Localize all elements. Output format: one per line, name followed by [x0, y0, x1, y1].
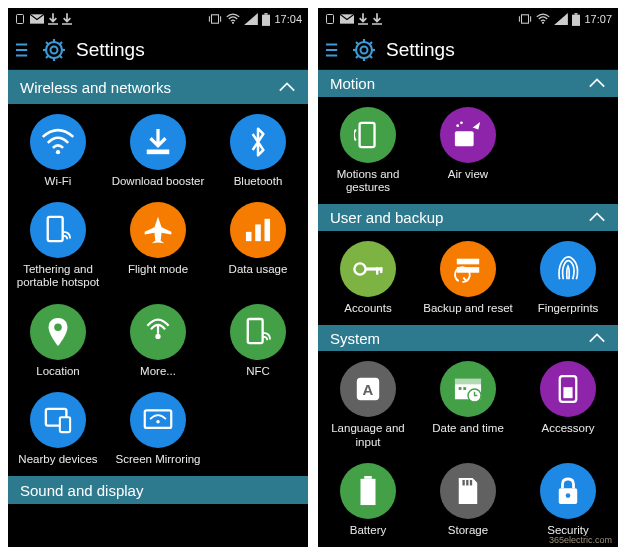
signal-icon [554, 13, 568, 25]
svg-point-70 [566, 493, 571, 498]
cell-label: Backup and reset [423, 302, 513, 315]
wifi-icon [536, 13, 550, 25]
svg-point-22 [54, 323, 62, 331]
svg-text:A: A [363, 381, 374, 398]
section-label: Sound and display [20, 482, 143, 499]
cell-tethering[interactable]: Tethering and portable hotspot [8, 196, 108, 297]
cell-label: Air view [448, 168, 488, 181]
menu-icon[interactable] [326, 42, 342, 58]
gear-icon [42, 38, 66, 62]
cell-label: Storage [448, 524, 488, 537]
svg-rect-66 [462, 480, 464, 486]
cell-label: Wi-Fi [45, 175, 72, 188]
cell-label: NFC [246, 365, 270, 378]
svg-line-42 [370, 56, 372, 58]
cell-download-booster[interactable]: Download booster [108, 108, 208, 196]
svg-rect-46 [455, 131, 474, 146]
svg-rect-52 [380, 267, 382, 273]
sim-icon [324, 13, 336, 25]
cell-more[interactable]: More... [108, 298, 208, 386]
cell-empty [518, 101, 618, 202]
cell-nearby[interactable]: Nearby devices [8, 386, 108, 474]
grid-system: ALanguage and input Date and time Access… [318, 351, 618, 547]
grid-user: Accounts Backup and reset Fingerprints [318, 231, 618, 325]
phone-right: 17:07 Settings Motion Motions and gestur… [318, 8, 618, 547]
cell-bluetooth[interactable]: Bluetooth [208, 108, 308, 196]
cell-motions[interactable]: Motions and gestures [318, 101, 418, 202]
svg-rect-17 [147, 150, 170, 155]
watermark: 365electric.com [549, 535, 612, 545]
svg-point-35 [356, 42, 372, 58]
svg-rect-29 [327, 15, 334, 24]
cell-label: Battery [350, 524, 386, 537]
svg-rect-21 [265, 219, 271, 241]
cell-accessory[interactable]: Accessory [518, 355, 618, 456]
svg-point-7 [51, 46, 58, 53]
status-time: 17:07 [584, 13, 612, 25]
svg-rect-63 [563, 388, 572, 399]
status-time: 17:04 [274, 13, 302, 25]
svg-point-6 [46, 42, 62, 58]
svg-point-3 [232, 22, 234, 24]
svg-rect-19 [246, 232, 252, 241]
svg-point-49 [354, 263, 365, 274]
svg-line-13 [60, 56, 62, 58]
cell-empty [208, 386, 308, 474]
cell-language[interactable]: ALanguage and input [318, 355, 418, 456]
svg-point-23 [155, 333, 160, 338]
cell-label: Date and time [432, 422, 504, 435]
cell-label: Screen Mirroring [116, 453, 201, 466]
section-label: User and backup [330, 209, 443, 226]
section-label: System [330, 330, 380, 347]
cell-label: Flight mode [128, 263, 188, 276]
cell-airview[interactable]: Air view [418, 101, 518, 202]
chevron-up-icon [588, 211, 606, 223]
svg-rect-53 [457, 258, 479, 264]
cell-label: Accounts [344, 302, 391, 315]
svg-rect-59 [459, 387, 462, 390]
chevron-up-icon [278, 81, 296, 93]
signal-icon [244, 13, 258, 25]
section-system[interactable]: System [318, 325, 618, 352]
cell-accounts[interactable]: Accounts [318, 235, 418, 323]
cell-battery[interactable]: Battery [318, 457, 418, 545]
cell-wifi[interactable]: Wi-Fi [8, 108, 108, 196]
cell-label: Nearby devices [18, 453, 97, 466]
section-user[interactable]: User and backup [318, 204, 618, 231]
cell-label: Accessory [541, 422, 594, 435]
cell-security[interactable]: Security [518, 457, 618, 545]
cell-location[interactable]: Location [8, 298, 108, 386]
vibrate-icon [518, 13, 532, 25]
svg-point-16 [56, 150, 60, 154]
section-label: Wireless and networks [20, 79, 171, 96]
svg-point-48 [460, 121, 463, 124]
download-icon [48, 13, 58, 25]
cell-storage[interactable]: Storage [418, 457, 518, 545]
cell-backup[interactable]: Backup and reset [418, 235, 518, 323]
svg-rect-64 [364, 476, 372, 479]
cell-date[interactable]: Date and time [418, 355, 518, 456]
svg-rect-34 [572, 14, 580, 25]
svg-rect-20 [255, 225, 261, 242]
section-motion[interactable]: Motion [318, 70, 618, 97]
cell-label: Bluetooth [234, 175, 283, 188]
cell-label: Location [36, 365, 79, 378]
cell-fingerprints[interactable]: Fingerprints [518, 235, 618, 323]
svg-rect-51 [376, 267, 378, 274]
svg-point-32 [542, 22, 544, 24]
section-wireless[interactable]: Wireless and networks [8, 70, 308, 104]
mail-icon [30, 14, 44, 24]
cell-flight[interactable]: Flight mode [108, 196, 208, 297]
cell-mirror[interactable]: Screen Mirroring [108, 386, 208, 474]
download-icon-2 [372, 13, 382, 25]
cell-nfc[interactable]: NFC [208, 298, 308, 386]
menu-icon[interactable] [16, 42, 32, 58]
cell-label: Data usage [229, 263, 288, 276]
svg-line-43 [356, 56, 358, 58]
cell-data-usage[interactable]: Data usage [208, 196, 308, 297]
svg-point-47 [456, 124, 459, 127]
section-sound[interactable]: Sound and display [8, 476, 308, 504]
svg-rect-68 [470, 480, 472, 486]
svg-line-44 [370, 42, 372, 44]
svg-rect-60 [463, 387, 466, 390]
